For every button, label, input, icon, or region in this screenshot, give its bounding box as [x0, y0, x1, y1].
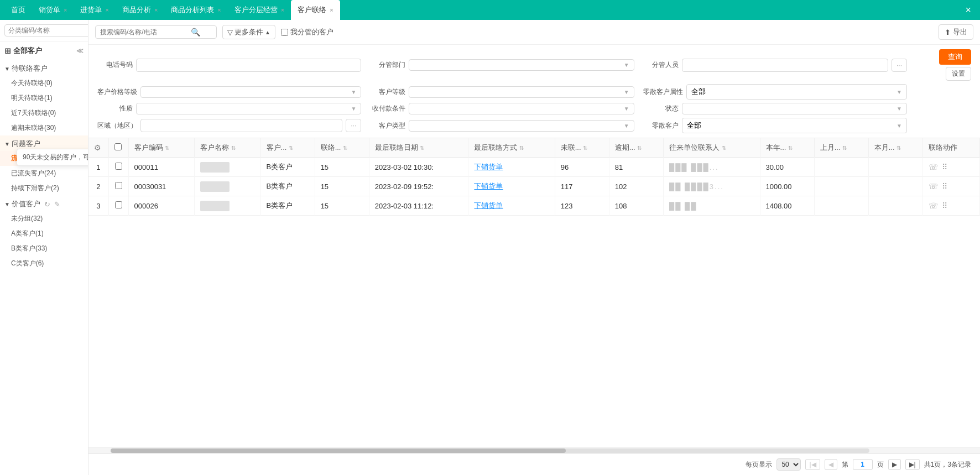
table-settings-icon[interactable]: ⚙: [94, 143, 101, 152]
sidebar-search-input[interactable]: [4, 24, 88, 36]
sidebar-item-churned[interactable]: 已流失客户(24): [0, 166, 88, 181]
next-page-button[interactable]: ▶: [888, 459, 901, 470]
field-status-select[interactable]: ▼: [682, 103, 907, 114]
prev-page-button[interactable]: ◀: [825, 459, 837, 470]
page-number-input[interactable]: [853, 459, 873, 470]
sidebar-item-b-class[interactable]: B类客户(33): [0, 241, 88, 256]
action-more-icon-2[interactable]: ⠿: [942, 201, 947, 210]
action-phone-icon-0[interactable]: ☏: [929, 163, 939, 171]
region-more-btn[interactable]: ···: [346, 119, 361, 132]
tab-home[interactable]: 首页: [4, 0, 32, 20]
field-manager-input[interactable]: [682, 59, 888, 72]
cell-last-method-1[interactable]: 下销货单: [468, 177, 555, 196]
tab-product-list-close[interactable]: ×: [217, 7, 221, 13]
field-phone-input[interactable]: [136, 59, 361, 72]
cell-last-method-0[interactable]: 下销货单: [468, 158, 555, 177]
col-settings[interactable]: ⚙: [88, 138, 108, 158]
field-customer-type-select[interactable]: ▼: [409, 120, 634, 132]
horizontal-scrollbar[interactable]: [88, 447, 980, 453]
sidebar-item-declining[interactable]: 持续下滑客户(2): [0, 181, 88, 196]
col-type-sort[interactable]: ⇅: [289, 145, 293, 151]
col-code-sort[interactable]: ⇅: [165, 145, 169, 151]
col-overdue-sort[interactable]: ⇅: [637, 145, 642, 151]
per-page-select[interactable]: 50: [776, 458, 801, 471]
col-this-month-sort[interactable]: ⇅: [896, 145, 901, 151]
col-name-sort[interactable]: ⇅: [231, 145, 236, 151]
col-contact-person-sort[interactable]: ⇅: [722, 145, 726, 151]
tab-purchase-close[interactable]: ×: [105, 7, 108, 13]
last-method-link-1[interactable]: 下销货单: [474, 182, 503, 190]
field-dept-select[interactable]: ▼: [409, 59, 634, 71]
sidebar-item-week[interactable]: 近7天待联络(0): [0, 106, 88, 121]
col-this-year-sort[interactable]: ⇅: [788, 145, 793, 151]
filter-more-conditions[interactable]: ▽ 更多条件 ▲: [222, 25, 275, 39]
filter-my-customers[interactable]: 我分管的客户: [281, 27, 333, 37]
tab-product-list[interactable]: 商品分析列表 ×: [164, 0, 227, 20]
page-suffix-label: 页: [877, 460, 884, 469]
section-pending-contact[interactable]: ▼ 待联络客户: [0, 60, 88, 76]
tab-home-label: 首页: [11, 5, 25, 15]
last-page-button[interactable]: ▶|: [905, 459, 920, 470]
action-phone-icon-2[interactable]: ☏: [929, 201, 939, 210]
cell-checkbox-2[interactable]: [108, 196, 128, 216]
tab-purchase[interactable]: 进货单 ×: [74, 0, 115, 20]
window-close-button[interactable]: ×: [961, 4, 976, 16]
row-checkbox-1[interactable]: [115, 182, 122, 189]
tab-sales-close[interactable]: ×: [64, 7, 67, 13]
field-price-level-select[interactable]: ▼: [140, 86, 361, 98]
col-contact-sort[interactable]: ⇅: [343, 145, 347, 151]
field-payment-select[interactable]: ▼: [409, 103, 634, 114]
edit-icon[interactable]: ✎: [54, 200, 60, 208]
col-name-label: 客户名称: [200, 143, 229, 152]
field-retail-customer-select[interactable]: 全部 ▼: [682, 118, 907, 133]
query-button[interactable]: 查询: [939, 49, 971, 65]
tab-product-list-label: 商品分析列表: [171, 5, 214, 15]
action-more-icon-1[interactable]: ⠿: [942, 182, 947, 191]
export-button[interactable]: ⬆ 导出: [939, 24, 973, 40]
filter-search-input[interactable]: [100, 28, 189, 36]
tab-product-analysis[interactable]: 商品分析 ×: [116, 0, 164, 20]
tab-product-analysis-close[interactable]: ×: [154, 7, 158, 13]
last-method-link-0[interactable]: 下销货单: [474, 163, 503, 171]
col-checkbox[interactable]: [108, 138, 128, 158]
sidebar-root[interactable]: ⊞ 全部客户 ≪: [0, 41, 88, 60]
sidebar-item-ungroup[interactable]: 未分组(32): [0, 211, 88, 226]
col-uncontact-sort[interactable]: ⇅: [583, 145, 587, 151]
section-value-customer[interactable]: ▼ 价值客户 ↻ ✎: [0, 196, 88, 211]
col-last-date-sort[interactable]: ⇅: [420, 145, 424, 151]
sidebar-item-today[interactable]: 今天待联络(0): [0, 76, 88, 91]
field-retail-attr-select[interactable]: 全部 ▼: [686, 84, 907, 100]
manager-more-btn[interactable]: ···: [892, 59, 907, 72]
collapse-icon[interactable]: ≪: [76, 47, 84, 55]
first-page-button[interactable]: |◀: [805, 459, 820, 470]
scrollbar-thumb[interactable]: [111, 448, 566, 453]
filter-search-box[interactable]: 🔍: [95, 25, 217, 39]
tab-customer-tier[interactable]: 客户分层经营 ×: [228, 0, 291, 20]
sidebar-item-tomorrow[interactable]: 明天待联络(1): [0, 91, 88, 106]
filter-search-icon[interactable]: 🔍: [191, 28, 200, 36]
tab-customer-contact-close[interactable]: ×: [330, 7, 333, 13]
action-phone-icon-1[interactable]: ☏: [929, 182, 939, 191]
action-more-icon-0[interactable]: ⠿: [942, 163, 947, 171]
field-gender-select[interactable]: ▼: [136, 103, 361, 114]
sidebar-item-c-class[interactable]: C类客户(6): [0, 256, 88, 271]
my-customers-checkbox[interactable]: [281, 29, 288, 36]
col-last-method-sort[interactable]: ⇅: [519, 145, 524, 151]
cell-last-method-2[interactable]: 下销货单: [468, 196, 555, 216]
refresh-icon[interactable]: ↻: [44, 200, 50, 208]
row-checkbox-0[interactable]: [115, 163, 122, 170]
tab-customer-contact[interactable]: 客户联络 ×: [291, 0, 340, 20]
field-region-input[interactable]: [140, 119, 342, 132]
row-checkbox-2[interactable]: [115, 201, 122, 208]
sidebar-item-a-class[interactable]: A类客户(1): [0, 226, 88, 241]
settings-button[interactable]: 设置: [946, 67, 971, 81]
cell-checkbox-1[interactable]: [108, 177, 128, 196]
col-last-month-sort[interactable]: ⇅: [842, 145, 847, 151]
tab-sales[interactable]: 销货单 ×: [32, 0, 74, 20]
select-all-checkbox[interactable]: [114, 143, 122, 150]
tab-customer-tier-close[interactable]: ×: [281, 7, 284, 13]
last-method-link-2[interactable]: 下销货单: [474, 201, 503, 210]
field-customer-level-select[interactable]: ▼: [409, 86, 634, 98]
sidebar-item-overdue[interactable]: 逾期未联络(30): [0, 121, 88, 135]
cell-checkbox-0[interactable]: [108, 158, 128, 177]
